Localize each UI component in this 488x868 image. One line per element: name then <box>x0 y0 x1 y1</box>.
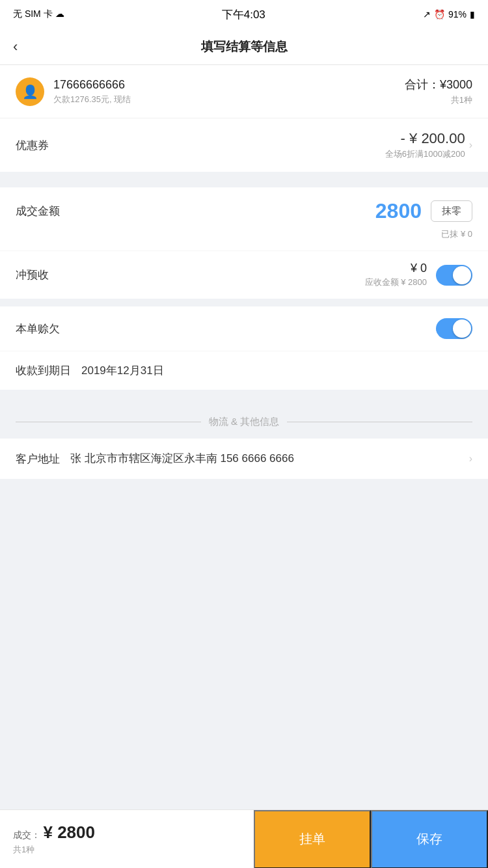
logistics-header: 物流 & 其他信息 <box>0 405 488 439</box>
status-left: 无 SIM 卡 ☁ <box>13 8 64 20</box>
precollect-row: 冲预收 ¥ 0 应收金额 ¥ 2800 <box>0 251 488 299</box>
logistics-line-right <box>287 422 472 422</box>
customer-right: 合计：¥3000 共1种 <box>405 77 472 106</box>
bottom-deal-line: 成交： ¥ 2800 <box>13 822 241 843</box>
content: 👤 17666666666 欠款1276.35元, 现结 合计：¥3000 共1… <box>0 65 488 682</box>
customer-debt: 欠款1276.35元, 现结 <box>53 94 131 105</box>
duedate-value: 2019年12月31日 <box>81 363 164 378</box>
battery-label: 91% <box>448 9 467 20</box>
address-row[interactable]: 客户地址 张 北京市市辖区海淀区永丰南 156 6666 6666 › <box>0 439 488 479</box>
coupon-row[interactable]: 优惠券 - ¥ 200.00 全场6折满1000减200 › <box>0 118 488 172</box>
customer-info: 17666666666 欠款1276.35元, 现结 <box>53 78 131 105</box>
duedate-label: 收款到期日 <box>16 363 71 378</box>
separator-1 <box>0 180 488 187</box>
back-button[interactable]: ‹ <box>13 38 18 55</box>
bottom-summary: 成交： ¥ 2800 共1种 <box>0 822 254 856</box>
coupon-info: - ¥ 200.00 全场6折满1000减200 <box>385 130 465 160</box>
address-section: 客户地址 张 北京市市辖区海淀区永丰南 156 6666 6666 › <box>0 439 488 479</box>
round-button[interactable]: 抹零 <box>431 200 472 222</box>
bottom-deal-count: 共1种 <box>13 844 241 856</box>
deal-amount-sub: 已抹 ¥ 0 <box>0 228 488 251</box>
alarm-icon: ⏰ <box>434 9 445 20</box>
total-amount: 合计：¥3000 <box>405 77 472 92</box>
credit-toggle[interactable] <box>436 318 472 339</box>
location-icon: ↗ <box>423 9 431 20</box>
amount-row: 成交金额 2800 抹零 <box>0 187 488 228</box>
status-time: 下午4:03 <box>222 7 265 22</box>
bottom-deal-amount: ¥ 2800 <box>43 822 95 842</box>
credit-toggle-knob <box>453 319 471 338</box>
deal-amount-label: 成交金额 <box>16 204 60 219</box>
customer-phone: 17666666666 <box>53 78 131 92</box>
precollect-sub: 应收金额 ¥ 2800 <box>365 277 427 288</box>
duedate-row: 收款到期日 2019年12月31日 <box>0 351 488 390</box>
amount-section: 成交金额 2800 抹零 已抹 ¥ 0 冲预收 ¥ 0 应收金额 ¥ 2800 <box>0 187 488 299</box>
precollect-info: ¥ 0 应收金额 ¥ 2800 <box>365 262 427 288</box>
bottom-deal-label: 成交： <box>13 830 40 840</box>
battery-icon: ▮ <box>470 9 475 20</box>
total-label: 合计： <box>405 78 440 91</box>
avatar: 👤 <box>16 77 44 106</box>
credit-label: 本单赊欠 <box>16 321 60 336</box>
credit-row: 本单赊欠 <box>0 306 488 351</box>
precollect-amount: ¥ 0 <box>365 262 427 275</box>
address-label: 客户地址 <box>16 452 60 467</box>
nav-bar: ‹ 填写结算等信息 <box>0 29 488 65</box>
customer-left: 👤 17666666666 欠款1276.35元, 现结 <box>16 77 131 106</box>
avatar-icon: 👤 <box>22 84 38 100</box>
separator-3 <box>0 398 488 405</box>
bottom-spacer <box>0 487 488 617</box>
bottom-bar: 成交： ¥ 2800 共1种 挂单 保存 <box>0 809 488 868</box>
coupon-right: - ¥ 200.00 全场6折满1000减200 › <box>385 130 472 160</box>
customer-card: 👤 17666666666 欠款1276.35元, 现结 合计：¥3000 共1… <box>0 65 488 172</box>
amount-right: 2800 抹零 <box>375 199 472 223</box>
address-value: 张 北京市市辖区海淀区永丰南 156 6666 6666 <box>70 450 469 467</box>
hang-button[interactable]: 挂单 <box>254 810 371 869</box>
coupon-desc: 全场6折满1000减200 <box>385 148 465 160</box>
logistics-line-left <box>16 422 201 422</box>
page-title: 填写结算等信息 <box>201 38 288 55</box>
address-chevron-icon: › <box>469 453 472 465</box>
status-right: ↗ ⏰ 91% ▮ <box>423 9 475 20</box>
deal-amount-value: 2800 <box>375 199 422 223</box>
precollect-toggle[interactable] <box>436 265 472 286</box>
credit-section: 本单赊欠 收款到期日 2019年12月31日 <box>0 306 488 390</box>
coupon-label: 优惠券 <box>16 138 49 153</box>
total-value: ¥3000 <box>440 78 472 91</box>
customer-row: 👤 17666666666 欠款1276.35元, 现结 合计：¥3000 共1… <box>0 65 488 118</box>
sim-label: 无 SIM 卡 ☁ <box>13 8 64 20</box>
save-button[interactable]: 保存 <box>371 810 488 869</box>
logistics-title: 物流 & 其他信息 <box>209 416 279 428</box>
coupon-discount: - ¥ 200.00 <box>385 130 465 147</box>
coupon-chevron-icon: › <box>469 139 472 151</box>
total-count: 共1种 <box>405 94 472 106</box>
toggle-knob <box>453 266 471 284</box>
precollect-right: ¥ 0 应收金额 ¥ 2800 <box>365 262 472 288</box>
status-bar: 无 SIM 卡 ☁ 下午4:03 ↗ ⏰ 91% ▮ <box>0 0 488 29</box>
precollect-label: 冲预收 <box>16 267 49 282</box>
separator-2 <box>0 299 488 306</box>
